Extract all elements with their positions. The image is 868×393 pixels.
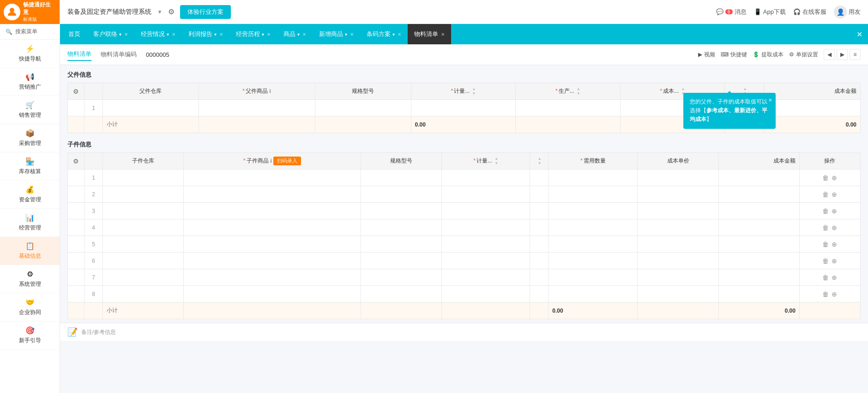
child-row-goods[interactable] [184, 286, 361, 302]
tab-history-close[interactable]: ✕ [267, 32, 271, 37]
copy-icon[interactable]: ⊕ [832, 191, 837, 198]
page-list-btn[interactable]: ≡ [850, 49, 861, 60]
tab-new-goods-close[interactable]: ✕ [350, 32, 354, 37]
app-download-action[interactable]: 📱 App下载 [754, 8, 786, 16]
delete-icon[interactable]: 🗑 [822, 257, 829, 265]
child-row-warehouse[interactable] [103, 219, 184, 236]
tab-barcode[interactable]: 条码方案 ▾ ✕ [360, 24, 408, 44]
tab-profit-close[interactable]: ✕ [219, 32, 223, 37]
sidebar-item-operations[interactable]: 📊 经营管理 [0, 209, 60, 237]
child-row-unit-cost[interactable] [638, 286, 718, 302]
sidebar-item-quick-nav[interactable]: ⚡ 快捷导航 [0, 40, 60, 68]
message-action[interactable]: 💬 6 消息 [716, 8, 747, 16]
copy-icon[interactable]: ⊕ [832, 274, 837, 281]
sidebar-item-finance[interactable]: 💰 资金管理 [0, 181, 60, 209]
child-row-unit-cost[interactable] [638, 236, 718, 253]
child-row-goods[interactable] [184, 203, 361, 219]
delete-icon[interactable]: 🗑 [822, 274, 829, 281]
copy-icon[interactable]: ⊕ [832, 224, 837, 231]
child-row-warehouse[interactable] [103, 236, 184, 253]
child-row-spec[interactable] [361, 186, 441, 203]
system-dropdown-icon[interactable]: ▼ [157, 9, 163, 15]
tab-bom-close[interactable]: ✕ [441, 32, 445, 37]
child-row-qty[interactable] [442, 203, 530, 219]
sidebar-item-purchase[interactable]: 📦 采购管理 [0, 124, 60, 152]
child-gear-icon[interactable]: ⚙ [73, 157, 79, 165]
parent-row-spec[interactable] [315, 100, 411, 116]
sub-tab-bom-list[interactable]: 物料清单 [67, 48, 91, 61]
child-row-needed-qty[interactable] [549, 286, 638, 302]
child-row-spec[interactable] [361, 203, 441, 219]
tooltip-close-btn[interactable]: × [768, 96, 772, 105]
child-row-spec[interactable] [361, 169, 441, 186]
extract-cost-action[interactable]: 💲 提取成本 [753, 51, 784, 59]
tab-bom[interactable]: 物料清单 ✕ [408, 24, 451, 44]
child-row-warehouse[interactable] [103, 269, 184, 286]
tab-new-goods[interactable]: 新增商品 ▾ ✕ [313, 24, 360, 44]
copy-icon[interactable]: ⊕ [832, 207, 837, 215]
child-row-needed-qty[interactable] [549, 219, 638, 236]
child-row-spec[interactable] [361, 269, 441, 286]
sidebar-item-basic-info[interactable]: 📋 基础信息 [0, 237, 60, 265]
all-tabs-close[interactable]: ✕ [853, 30, 866, 39]
parent-row-production[interactable] [516, 100, 621, 116]
delete-icon[interactable]: 🗑 [822, 290, 829, 298]
page-prev-btn[interactable]: ◀ [824, 49, 835, 60]
child-row-needed-qty[interactable] [549, 203, 638, 219]
child-row-warehouse[interactable] [103, 286, 184, 302]
child-row-qty[interactable] [442, 186, 530, 203]
child-row-needed-qty[interactable] [549, 253, 638, 269]
child-row-unit-cost[interactable] [638, 253, 718, 269]
child-row-warehouse[interactable] [103, 203, 184, 219]
child-row-qty[interactable] [442, 169, 530, 186]
parent-row-qty[interactable] [411, 100, 516, 116]
child-row-goods[interactable] [184, 269, 361, 286]
tab-history[interactable]: 经营历程 ▾ ✕ [229, 24, 277, 44]
child-row-qty[interactable] [442, 253, 530, 269]
sidebar-item-marketing[interactable]: 📢 营销推广 [0, 68, 60, 96]
tab-goods[interactable]: 商品 ▾ ✕ [277, 24, 313, 44]
child-row-needed-qty[interactable] [549, 169, 638, 186]
tab-operations-status[interactable]: 经营情况 ▾ ✕ [134, 24, 182, 44]
child-row-qty[interactable] [442, 286, 530, 302]
tab-operations-close[interactable]: ✕ [172, 32, 175, 37]
sidebar-item-system[interactable]: ⚙ 系统管理 [0, 265, 60, 293]
trial-button[interactable]: 体验行业方案 [180, 5, 231, 19]
child-row-unit-cost[interactable] [638, 219, 718, 236]
delete-icon[interactable]: 🗑 [822, 174, 829, 181]
search-menu[interactable]: 🔍 搜索菜单 [0, 24, 60, 40]
tab-profit[interactable]: 利润报告 ▾ ✕ [182, 24, 229, 44]
copy-icon[interactable]: ⊕ [832, 257, 837, 265]
page-next-btn[interactable]: ▶ [837, 49, 848, 60]
child-row-warehouse[interactable] [103, 169, 184, 186]
child-row-unit-cost[interactable] [638, 203, 718, 219]
child-row-goods[interactable] [184, 253, 361, 269]
user-action[interactable]: 👤 用友 [834, 6, 861, 18]
settings-icon[interactable]: ⚙ [168, 7, 175, 16]
child-row-needed-qty[interactable] [549, 186, 638, 203]
child-row-unit-cost[interactable] [638, 269, 718, 286]
child-row-goods[interactable] [184, 236, 361, 253]
sidebar-item-sales[interactable]: 🛒 销售管理 [0, 96, 60, 124]
parent-row-warehouse[interactable] [103, 100, 199, 116]
online-service-action[interactable]: 🎧 在线客服 [793, 8, 826, 16]
scan-input-btn[interactable]: 扫码录入 [273, 157, 301, 165]
tab-customer[interactable]: 客户联络 ▾ ✕ [87, 24, 134, 44]
copy-icon[interactable]: ⊕ [832, 174, 837, 181]
tab-customer-close[interactable]: ✕ [124, 32, 128, 37]
delete-icon[interactable]: 🗑 [822, 224, 829, 231]
child-row-qty[interactable] [442, 269, 530, 286]
child-row-warehouse[interactable] [103, 186, 184, 203]
child-row-qty[interactable] [442, 219, 530, 236]
parent-row-goods[interactable] [199, 100, 315, 116]
sidebar-item-newbie[interactable]: 🎯 新手引导 [0, 321, 60, 350]
shortcut-action[interactable]: ⌨ 快捷键 [721, 51, 747, 59]
delete-icon[interactable]: 🗑 [822, 207, 829, 215]
view-action[interactable]: ▶ 视频 [698, 51, 715, 59]
delete-icon[interactable]: 🗑 [822, 241, 829, 248]
child-row-unit-cost[interactable] [638, 169, 718, 186]
copy-icon[interactable]: ⊕ [832, 241, 837, 248]
child-row-needed-qty[interactable] [549, 236, 638, 253]
child-row-unit-cost[interactable] [638, 186, 718, 203]
child-row-goods[interactable] [184, 169, 361, 186]
